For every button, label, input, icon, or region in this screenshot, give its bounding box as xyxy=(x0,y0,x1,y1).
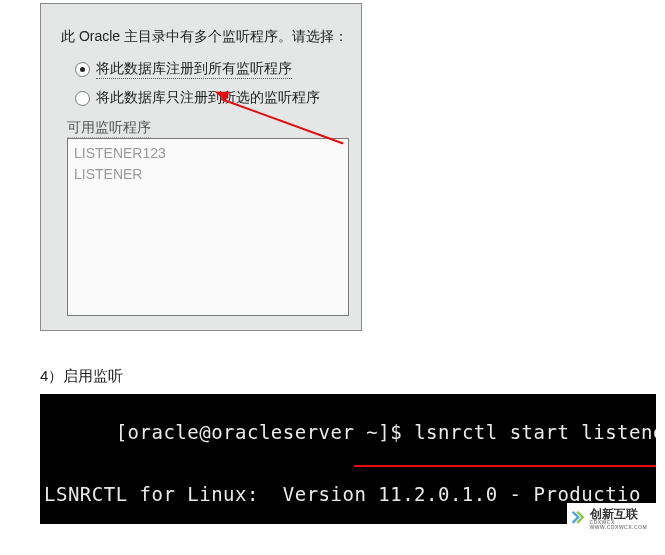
dialog-intro-text: 此 Oracle 主目录中有多个监听程序。请选择： xyxy=(61,28,348,46)
list-item[interactable]: LISTENER123 xyxy=(74,143,342,164)
oracle-listener-dialog: 此 Oracle 主目录中有多个监听程序。请选择： 将此数据库注册到所有监听程序… xyxy=(40,3,362,331)
radio-register-all-label: 将此数据库注册到所有监听程序 xyxy=(96,60,292,79)
annotation-underline xyxy=(354,465,656,467)
terminal-prompt: [oracle@oracleserver ~]$ xyxy=(116,421,414,443)
available-listeners-listbox[interactable]: LISTENER123 LISTENER xyxy=(67,138,349,316)
logo-icon xyxy=(567,508,586,530)
logo-text-en: CDXWCX WWW.CDXWCX.COM xyxy=(590,520,661,530)
step-label: 4）启用监听 xyxy=(40,367,123,386)
terminal-version-line: LSNRCTL for Linux: Version 11.2.0.1.0 - … xyxy=(44,485,652,504)
terminal-command: lsnrctl start listener1 xyxy=(414,421,656,443)
radio-register-all[interactable]: 将此数据库注册到所有监听程序 xyxy=(75,60,292,79)
radio-icon xyxy=(75,91,90,106)
radio-icon xyxy=(75,62,90,77)
listbox-title: 可用监听程序 xyxy=(67,119,151,138)
watermark-logo: 创新互联 CDXWCX WWW.CDXWCX.COM xyxy=(567,503,661,535)
terminal-output: [oracle@oracleserver ~]$ lsnrctl start l… xyxy=(40,394,656,524)
radio-register-selected[interactable]: 将此数据库只注册到所选的监听程序 xyxy=(75,89,320,107)
radio-register-selected-label: 将此数据库只注册到所选的监听程序 xyxy=(96,89,320,107)
list-item[interactable]: LISTENER xyxy=(74,164,342,185)
